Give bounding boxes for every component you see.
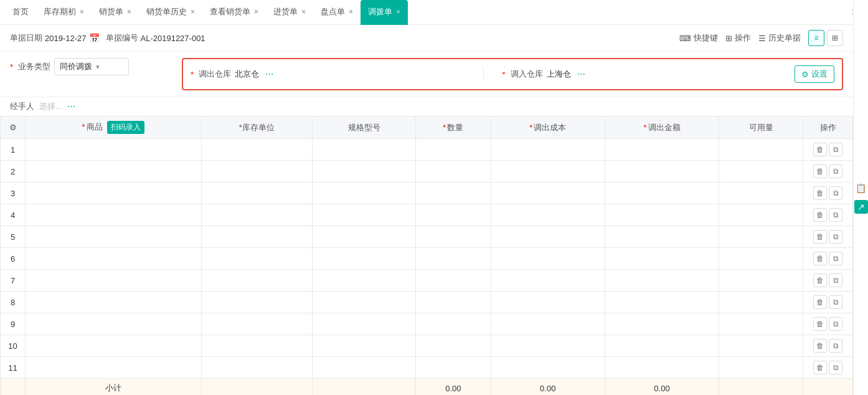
- cell-available[interactable]: [719, 313, 803, 335]
- delete-icon[interactable]: 🗑: [813, 252, 827, 265]
- cell-available[interactable]: [719, 292, 803, 313]
- cell-amount[interactable]: [605, 183, 719, 204]
- tab-close-sales-history[interactable]: ×: [191, 7, 195, 16]
- cell-amount[interactable]: [605, 335, 719, 357]
- cell-spec[interactable]: [312, 161, 415, 183]
- cell-amount[interactable]: [605, 270, 719, 292]
- tab-inventory[interactable]: 盘点单 ×: [313, 0, 361, 25]
- cell-available[interactable]: [719, 248, 803, 270]
- cell-unit[interactable]: [201, 204, 312, 226]
- copy-icon[interactable]: ⧉: [829, 361, 842, 374]
- delete-icon[interactable]: 🗑: [813, 208, 827, 222]
- history-button[interactable]: ☰ 历史单据: [758, 32, 801, 44]
- cell-available[interactable]: [719, 270, 803, 292]
- business-type-select[interactable]: 同价调拨 ▼: [54, 58, 129, 75]
- grid-view-button[interactable]: ⊞: [827, 30, 843, 46]
- delete-icon[interactable]: 🗑: [813, 317, 827, 331]
- cell-qty[interactable]: [416, 270, 491, 292]
- copy-icon[interactable]: ⧉: [829, 317, 842, 331]
- cell-amount[interactable]: [605, 357, 719, 379]
- copy-icon[interactable]: ⧉: [829, 208, 842, 222]
- cell-cost[interactable]: [491, 161, 605, 183]
- cell-cost[interactable]: [491, 226, 605, 248]
- cell-qty[interactable]: [416, 161, 491, 183]
- tab-purchase[interactable]: 进货单 ×: [266, 0, 313, 25]
- cell-cost[interactable]: [491, 139, 605, 161]
- cell-cost[interactable]: [491, 270, 605, 292]
- tab-home[interactable]: 首页: [5, 0, 36, 25]
- cell-qty[interactable]: [416, 335, 491, 357]
- cell-spec[interactable]: [312, 183, 415, 204]
- cell-qty[interactable]: [416, 183, 491, 204]
- cell-available[interactable]: [719, 226, 803, 248]
- cell-product[interactable]: [26, 292, 202, 313]
- cell-spec[interactable]: [312, 204, 415, 226]
- delete-icon[interactable]: 🗑: [813, 339, 827, 353]
- cell-qty[interactable]: [416, 226, 491, 248]
- tab-inventory-init[interactable]: 库存期初 ×: [36, 0, 92, 25]
- cell-cost[interactable]: [491, 313, 605, 335]
- cell-available[interactable]: [719, 204, 803, 226]
- cell-unit[interactable]: [201, 248, 312, 270]
- cell-product[interactable]: [26, 139, 202, 161]
- copy-icon[interactable]: ⧉: [829, 295, 842, 309]
- cell-qty[interactable]: [416, 139, 491, 161]
- cell-unit[interactable]: [201, 313, 312, 335]
- tab-transfer[interactable]: 调拨单 ×: [361, 0, 408, 25]
- cell-qty[interactable]: [416, 357, 491, 379]
- delete-icon[interactable]: 🗑: [813, 164, 827, 178]
- cell-spec[interactable]: [312, 292, 415, 313]
- cell-qty[interactable]: [416, 292, 491, 313]
- cell-spec[interactable]: [312, 335, 415, 357]
- cell-product[interactable]: [26, 335, 202, 357]
- delete-icon[interactable]: 🗑: [813, 186, 827, 200]
- delete-icon[interactable]: 🗑: [813, 295, 827, 309]
- cell-spec[interactable]: [312, 248, 415, 270]
- cell-unit[interactable]: [201, 139, 312, 161]
- tab-close-sales-order[interactable]: ×: [127, 7, 131, 16]
- cell-qty[interactable]: [416, 248, 491, 270]
- cell-unit[interactable]: [201, 357, 312, 379]
- cell-available[interactable]: [719, 183, 803, 204]
- cell-amount[interactable]: [605, 313, 719, 335]
- copy-icon[interactable]: ⧉: [829, 143, 842, 156]
- cell-cost[interactable]: [491, 183, 605, 204]
- tab-close-purchase[interactable]: ×: [301, 7, 306, 16]
- out-warehouse-more-button[interactable]: ···: [263, 69, 276, 80]
- cell-amount[interactable]: [605, 248, 719, 270]
- cell-product[interactable]: [26, 161, 202, 183]
- cell-available[interactable]: [719, 139, 803, 161]
- cell-spec[interactable]: [312, 357, 415, 379]
- delete-icon[interactable]: 🗑: [813, 143, 827, 156]
- cell-product[interactable]: [26, 226, 202, 248]
- operation-button[interactable]: ⊞ 操作: [725, 32, 751, 44]
- th-gear[interactable]: ⚙: [1, 117, 26, 139]
- cell-qty[interactable]: [416, 204, 491, 226]
- cell-amount[interactable]: [605, 292, 719, 313]
- cell-cost[interactable]: [491, 204, 605, 226]
- list-view-button[interactable]: ≡: [808, 30, 824, 46]
- cell-unit[interactable]: [201, 335, 312, 357]
- cell-available[interactable]: [719, 335, 803, 357]
- cell-unit[interactable]: [201, 226, 312, 248]
- cell-product[interactable]: [26, 183, 202, 204]
- cell-unit[interactable]: [201, 161, 312, 183]
- copy-icon[interactable]: ⧉: [829, 274, 842, 287]
- sidebar-expand-icon[interactable]: ↗: [854, 200, 868, 214]
- tab-close-inventory-init[interactable]: ×: [80, 7, 84, 16]
- scan-button[interactable]: 扫码录入: [107, 121, 144, 134]
- cell-spec[interactable]: [312, 313, 415, 335]
- delete-icon[interactable]: 🗑: [813, 361, 827, 374]
- cell-product[interactable]: [26, 357, 202, 379]
- cell-unit[interactable]: [201, 292, 312, 313]
- tab-close-transfer[interactable]: ×: [396, 7, 400, 16]
- cell-cost[interactable]: [491, 335, 605, 357]
- cell-product[interactable]: [26, 248, 202, 270]
- person-more-button[interactable]: ···: [67, 101, 75, 112]
- delete-icon[interactable]: 🗑: [813, 274, 827, 287]
- copy-icon[interactable]: ⧉: [829, 186, 842, 200]
- person-select[interactable]: 选择...: [39, 101, 62, 112]
- cell-available[interactable]: [719, 161, 803, 183]
- cell-amount[interactable]: [605, 204, 719, 226]
- calendar-icon[interactable]: 📅: [89, 33, 100, 43]
